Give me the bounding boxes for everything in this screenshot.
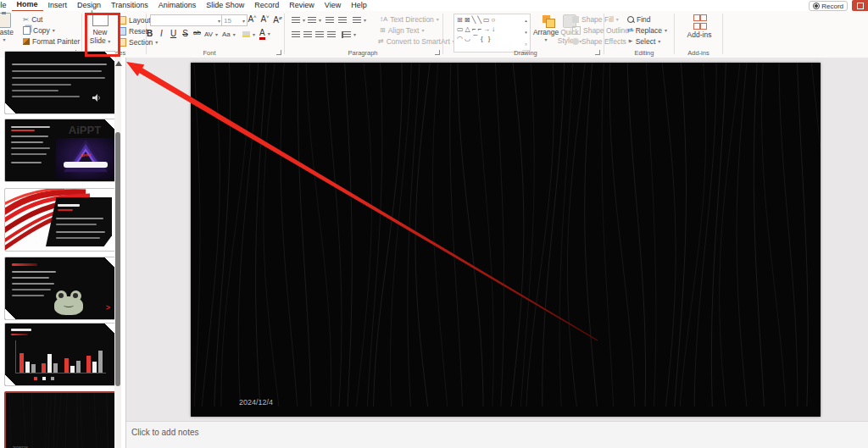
text-line — [12, 96, 80, 97]
increase-indent-button[interactable] — [338, 15, 347, 25]
slide-thumbnail-4[interactable]: > — [4, 257, 116, 320]
columns-button[interactable]: ▾ — [342, 30, 356, 39]
contour-line — [264, 63, 279, 407]
decrease-indent-button[interactable] — [326, 15, 334, 25]
replace-button[interactable]: ⇄Replace▾ — [627, 25, 667, 35]
text-line — [12, 283, 54, 285]
slide-date-text[interactable]: 2024/12/4 — [239, 398, 273, 407]
tab-file[interactable]: File — [0, 0, 12, 11]
numbering-button[interactable]: ▾ — [308, 15, 321, 25]
bar-gray — [31, 364, 36, 373]
slide-thumbnail-3[interactable] — [4, 188, 116, 252]
align-text-button[interactable]: ⊞Align Text▾ — [380, 25, 424, 35]
record-button[interactable]: Record — [809, 1, 848, 11]
highlight-button[interactable]: ▾ — [242, 30, 255, 39]
addins-label: Add-ins — [687, 30, 712, 39]
font-color-button[interactable]: A▾ — [259, 29, 270, 38]
paste-button[interactable]: Paste ▾ — [0, 13, 19, 42]
powerpoint-window: File Home Insert Design Transitions Anim… — [0, 0, 868, 448]
notes-pane[interactable]: Click to add notes — [126, 421, 868, 448]
contour-line — [720, 63, 741, 407]
addins-button[interactable]: Add-ins — [682, 14, 717, 39]
text-line — [56, 218, 103, 219]
thumbnail-scrollbar-thumb[interactable] — [115, 132, 120, 386]
text-line — [56, 237, 100, 239]
tab-help[interactable]: Help — [346, 0, 372, 11]
contour-line — [194, 63, 201, 407]
copy-button[interactable]: Copy▾ — [23, 25, 55, 35]
shape-row[interactable]: ◠◡⌒{ } — [457, 34, 525, 43]
justify-button[interactable] — [327, 30, 336, 39]
tab-slideshow[interactable]: Slide Show — [201, 0, 249, 11]
align-right-button[interactable] — [315, 30, 324, 39]
shape-gallery[interactable]: ⊞⊠╲╲▭○ ▭△⌐⌐→↓ ◠◡⌒{ } — [453, 14, 528, 53]
strikethrough-button[interactable]: S — [180, 29, 191, 38]
shape-row[interactable]: ▭△⌐⌐→↓ — [457, 25, 525, 34]
convert-smartart-button[interactable]: ⇄Convert to SmartArt▾ — [378, 36, 455, 46]
font-size-combo[interactable]: 15▾ — [221, 14, 248, 26]
section-button[interactable]: Section▾ — [118, 37, 158, 47]
tab-record[interactable]: Record — [249, 0, 284, 11]
slide-thumbnail-6-selected[interactable]: 2024/12/4 — [4, 391, 118, 448]
underline-button[interactable]: U — [168, 29, 179, 38]
replace-icon: ⇄ — [627, 26, 633, 34]
shape-effects-button[interactable]: Shape Effects▾ — [572, 36, 632, 46]
shape-gallery-scroll[interactable]: ▴▾▿ — [522, 14, 531, 51]
font-name-combo[interactable]: ▾ — [150, 14, 223, 26]
tab-insert[interactable]: Insert — [43, 0, 73, 11]
strikethrough2-button[interactable]: ab — [192, 29, 203, 36]
contour-line — [107, 393, 108, 448]
bar-group — [42, 340, 58, 373]
menu-bar: File Home Insert Design Transitions Anim… — [0, 0, 868, 11]
notes-placeholder[interactable]: Click to add notes — [131, 428, 199, 437]
record-icon — [813, 3, 820, 9]
copy-label: Copy — [33, 26, 50, 35]
chart-legend — [34, 377, 54, 380]
slide-thumbnail-1[interactable] — [4, 51, 116, 114]
select-button[interactable]: ➣Select▾ — [627, 36, 660, 46]
format-painter-button[interactable]: Format Painter — [23, 36, 80, 46]
drawing-group-label: Drawing — [500, 49, 551, 57]
paragraph-dialog-launcher[interactable] — [435, 50, 440, 55]
text-line — [12, 70, 102, 72]
bullets-button[interactable]: ▾ — [292, 15, 305, 25]
shrink-font-button[interactable]: A˅ — [259, 14, 270, 24]
find-button[interactable]: Find — [627, 14, 651, 24]
current-slide[interactable]: 2024/12/4 — [191, 63, 821, 417]
text-line — [11, 136, 48, 137]
slide-thumbnail-5[interactable] — [4, 323, 116, 386]
change-case-button[interactable]: Aa▾ — [222, 30, 236, 39]
tab-view[interactable]: View — [320, 0, 346, 11]
tab-transitions[interactable]: Transitions — [106, 0, 153, 11]
slide-thumbnail-2[interactable]: AiPPT AiPPT — [4, 119, 116, 182]
reset-button[interactable]: Reset — [118, 26, 147, 36]
increase-indent-icon — [338, 17, 347, 24]
paste-icon — [0, 13, 11, 28]
font-dialog-launcher[interactable] — [276, 50, 281, 55]
bold-button[interactable]: B — [144, 29, 155, 38]
line-spacing-button[interactable]: ▾ — [353, 15, 366, 25]
shape-outline-button[interactable]: Shape Outline▾ — [572, 25, 634, 35]
grow-font-button[interactable]: A˄ — [247, 14, 258, 24]
chevron-down-icon: ▾ — [3, 36, 5, 42]
scrollbar-up-arrow[interactable] — [115, 61, 122, 66]
contour-line — [22, 393, 25, 448]
character-spacing-button[interactable]: AV▾ — [204, 30, 218, 39]
cut-button[interactable]: ✂Cut — [23, 14, 42, 24]
addins-icon — [693, 14, 706, 27]
contour-line — [344, 63, 352, 407]
tab-review[interactable]: Review — [284, 0, 320, 11]
align-left-button[interactable] — [292, 30, 300, 39]
titlebar-red-button[interactable] — [852, 0, 868, 11]
italic-button[interactable]: I — [156, 29, 167, 38]
bar-group — [19, 340, 36, 373]
tab-animations[interactable]: Animations — [153, 0, 202, 11]
clear-formatting-button[interactable]: A⌀ — [272, 14, 283, 25]
align-center-button[interactable] — [303, 30, 312, 39]
group-separator — [284, 14, 285, 54]
text-direction-button[interactable]: ↕AText Direction▾ — [380, 14, 439, 24]
tab-home[interactable]: Home — [12, 0, 43, 12]
shape-fill-button[interactable]: Shape Fill▾ — [572, 14, 619, 24]
shape-row[interactable]: ⊞⊠╲╲▭○ — [457, 15, 525, 25]
drawing-dialog-launcher[interactable] — [595, 50, 600, 55]
